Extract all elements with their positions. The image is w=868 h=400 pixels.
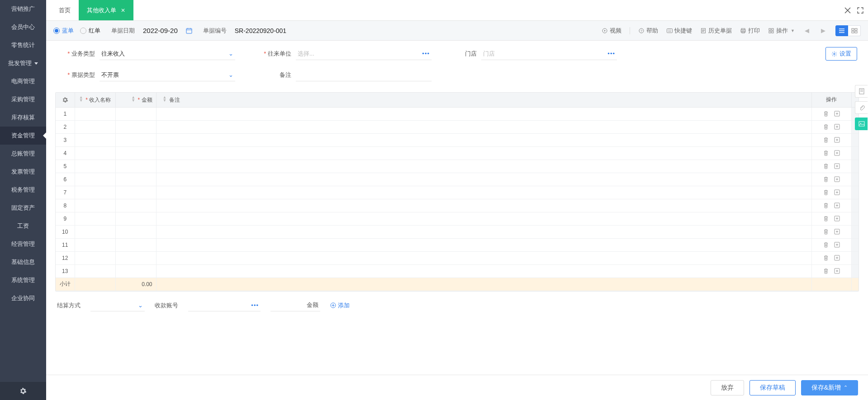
add-row-button[interactable] — [834, 202, 840, 208]
sidebar-item-5[interactable]: 采购管理 — [0, 90, 46, 108]
toolbar-video[interactable]: 视频 — [602, 27, 621, 35]
table-row[interactable]: 10 — [56, 225, 859, 238]
add-row-button[interactable] — [834, 124, 840, 130]
cell-name[interactable] — [75, 173, 115, 186]
cell-amount[interactable] — [115, 120, 156, 133]
cell-name[interactable] — [75, 212, 115, 225]
calendar-icon[interactable] — [186, 28, 192, 34]
toolbar-shortcut[interactable]: 快捷键 — [666, 27, 692, 35]
cell-remark[interactable] — [156, 146, 811, 160]
cell-remark[interactable] — [156, 133, 811, 146]
cell-name[interactable] — [75, 251, 115, 264]
remark-input[interactable] — [296, 69, 432, 81]
amount-input[interactable]: 金额 — [270, 300, 320, 311]
view-card-button[interactable] — [848, 25, 861, 36]
cell-amount[interactable] — [115, 225, 156, 238]
cell-remark[interactable] — [156, 264, 811, 278]
delete-row-button[interactable] — [823, 268, 829, 274]
delete-row-button[interactable] — [823, 150, 829, 156]
table-row[interactable]: 2 — [56, 120, 859, 133]
rail-template-button[interactable] — [855, 85, 868, 98]
add-payment-button[interactable]: 添加 — [330, 301, 350, 310]
table-row[interactable]: 5 — [56, 160, 859, 173]
cell-name[interactable] — [75, 160, 115, 173]
cell-amount[interactable] — [115, 173, 156, 186]
cell-name[interactable] — [75, 107, 115, 120]
cell-name[interactable] — [75, 264, 115, 278]
sidebar-item-11[interactable]: 固定资产 — [0, 199, 46, 217]
sidebar-item-7[interactable]: 资金管理 — [0, 127, 46, 145]
sidebar-item-8[interactable]: 总账管理 — [0, 145, 46, 163]
sidebar-item-12[interactable]: 工资 — [0, 217, 46, 235]
settings-button[interactable]: 设置 — [825, 47, 857, 61]
toolbar-print[interactable]: 打印 — [740, 27, 760, 35]
add-row-button[interactable] — [834, 137, 840, 143]
sidebar-item-4[interactable]: 电商管理 — [0, 72, 46, 90]
cell-amount[interactable] — [115, 199, 156, 212]
cell-name[interactable] — [75, 120, 115, 133]
rail-image-button[interactable] — [855, 118, 868, 130]
cell-remark[interactable] — [156, 173, 811, 186]
col-settings[interactable] — [56, 93, 75, 107]
delete-row-button[interactable] — [823, 137, 829, 143]
cell-remark[interactable] — [156, 212, 811, 225]
cell-remark[interactable] — [156, 160, 811, 173]
table-row[interactable]: 13 — [56, 264, 859, 278]
table-row[interactable]: 1 — [56, 107, 859, 120]
add-row-button[interactable] — [834, 189, 840, 195]
party-select[interactable]: 选择... ••• — [296, 47, 432, 60]
sidebar-item-13[interactable]: 经营管理 — [0, 235, 46, 253]
sidebar-item-15[interactable]: 系统管理 — [0, 271, 46, 289]
toolbar-history[interactable]: 历史单据 — [700, 27, 732, 35]
cell-amount[interactable] — [115, 186, 156, 199]
account-select[interactable]: ••• — [188, 300, 261, 311]
doc-date-value[interactable]: 2022-09-20 — [143, 27, 178, 34]
radio-blue[interactable]: 蓝单 — [53, 27, 74, 35]
discard-button[interactable]: 放弃 — [711, 380, 744, 395]
cell-amount[interactable] — [115, 107, 156, 120]
delete-row-button[interactable] — [823, 229, 829, 235]
cell-amount[interactable] — [115, 251, 156, 264]
toolbar-ops[interactable]: 操作 ▼ — [768, 27, 795, 35]
save-draft-button[interactable]: 保存草稿 — [749, 380, 796, 395]
table-row[interactable]: 4 — [56, 146, 859, 160]
add-row-button[interactable] — [834, 163, 840, 169]
close-panel-button[interactable] — [843, 5, 853, 15]
cell-amount[interactable] — [115, 160, 156, 173]
fullscreen-button[interactable] — [857, 7, 863, 14]
sidebar-settings[interactable] — [0, 382, 46, 400]
add-row-button[interactable] — [834, 268, 840, 274]
sidebar-item-3[interactable]: 批发管理 — [0, 54, 46, 72]
add-row-button[interactable] — [834, 255, 840, 261]
add-row-button[interactable] — [834, 176, 840, 182]
cell-remark[interactable] — [156, 107, 811, 120]
cell-amount[interactable] — [115, 133, 156, 146]
cell-name[interactable] — [75, 133, 115, 146]
cell-amount[interactable] — [115, 238, 156, 251]
col-remark[interactable]: ▲▼ 备注 — [156, 93, 811, 107]
delete-row-button[interactable] — [823, 124, 829, 130]
cell-amount[interactable] — [115, 212, 156, 225]
cell-remark[interactable] — [156, 251, 811, 264]
add-row-button[interactable] — [834, 216, 840, 221]
delete-row-button[interactable] — [823, 255, 829, 261]
sidebar-item-6[interactable]: 库存核算 — [0, 108, 46, 127]
tab-home[interactable]: 首页 — [51, 0, 79, 20]
table-row[interactable]: 12 — [56, 251, 859, 264]
prev-button[interactable]: ◀ — [803, 27, 811, 34]
cell-name[interactable] — [75, 225, 115, 238]
delete-row-button[interactable] — [823, 216, 829, 221]
sidebar-item-1[interactable]: 会员中心 — [0, 18, 46, 36]
table-row[interactable]: 8 — [56, 199, 859, 212]
cell-name[interactable] — [75, 186, 115, 199]
add-row-button[interactable] — [834, 242, 840, 248]
save-new-button[interactable]: 保存&新增 ⌃ — [801, 380, 858, 395]
cell-remark[interactable] — [156, 199, 811, 212]
next-button[interactable]: ▶ — [819, 27, 827, 34]
radio-red[interactable]: 红单 — [80, 27, 100, 35]
cell-name[interactable] — [75, 199, 115, 212]
table-row[interactable]: 3 — [56, 133, 859, 146]
view-list-button[interactable] — [835, 25, 848, 36]
sidebar-item-0[interactable]: 营销推广 — [0, 0, 46, 18]
store-select[interactable]: 门店 ••• — [481, 47, 617, 60]
